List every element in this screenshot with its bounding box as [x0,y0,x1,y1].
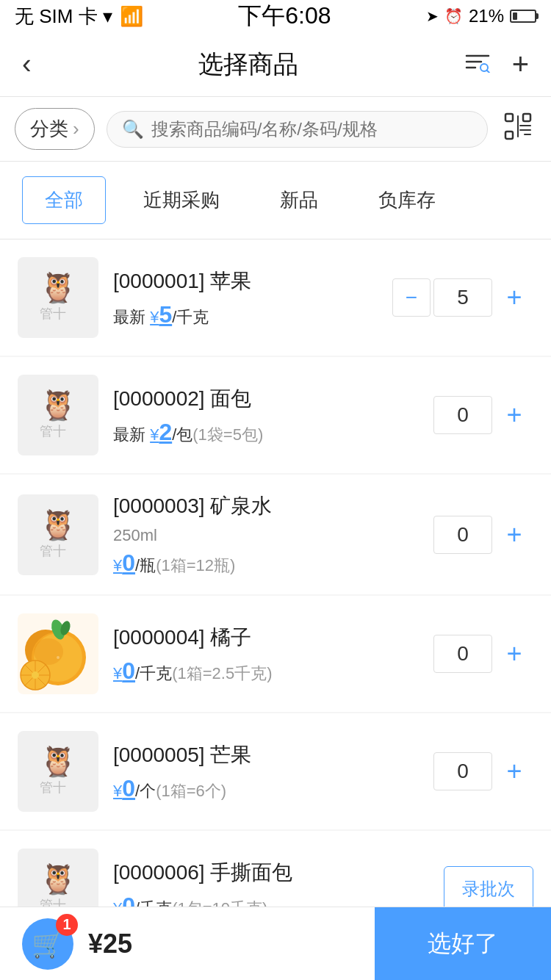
price-currency: ¥ [150,308,159,326]
owl-brand-text: 管十 [40,542,76,560]
price-value: 0 [122,657,135,684]
svg-rect-6 [523,114,530,121]
product-thumbnail: 🦉 管十 [18,494,98,575]
cart-total: ¥25 [88,929,132,959]
price-unit: /千克 [135,664,172,682]
location-icon: ➤ [426,7,439,25]
product-thumbnail: 🦉 管十 [18,731,98,812]
tab-all[interactable]: 全部 [22,176,106,224]
price-value: 0 [122,775,135,801]
product-name: [0000006] 手撕面包 [113,859,429,887]
product-thumbnail: 🦉 管十 [18,257,98,338]
tabs-bar: 全部 近期采购 新品 负库存 [0,162,551,239]
product-name: [0000002] 面包 [113,385,375,413]
product-item: 🦉 管十 [0000002] 面包 最新 ¥2/包(1袋=5包) + [0,357,551,473]
quantity-plus-button[interactable]: + [495,752,533,790]
price-unit: /个 [135,782,156,800]
bottom-bar: 🛒 1 ¥25 选好了 [0,907,551,980]
status-time: 下午6:08 [238,0,331,32]
product-item: 🦉 管十 [0000001] 苹果 最新 ¥5/千克 − + [0,239,551,356]
quantity-plus-button[interactable]: + [495,635,533,673]
product-price: ¥0/个(1箱=6个) [113,775,375,802]
add-icon[interactable]: + [512,48,529,81]
price-value: 5 [159,301,172,328]
product-list: 🦉 管十 [0000001] 苹果 最新 ¥5/千克 − + 🦉 管十 [000… [0,239,551,980]
product-name: [0000004] 橘子 [113,624,375,652]
product-spec: 250ml [113,526,375,545]
quantity-control: + [389,752,533,790]
quantity-plus-button[interactable]: + [495,396,533,434]
status-left: 无 SIM 卡 ▾ 📶 [15,4,143,29]
quantity-plus-button[interactable]: + [495,516,533,554]
quantity-input[interactable] [433,396,492,434]
tab-recent[interactable]: 近期采购 [120,176,242,224]
battery-percent: 21% [469,6,504,26]
product-info: [0000003] 矿泉水 250ml ¥0/瓶(1箱=12瓶) [113,492,375,577]
back-button[interactable]: ‹ [22,48,32,80]
cart-section: 🛒 1 ¥25 [0,918,375,970]
owl-icon: 🦉 [40,510,76,539]
quantity-input[interactable] [433,752,492,790]
price-currency: ¥ [113,556,122,574]
product-name: [0000005] 芒果 [113,741,375,769]
record-batch-button[interactable]: 录批次 [444,866,533,912]
product-price: ¥0/瓶(1箱=12瓶) [113,550,375,577]
nav-bar: ‹ 选择商品 + [0,32,551,97]
search-bar: 🔍 [107,111,488,148]
svg-rect-5 [505,114,513,121]
price-currency: ¥ [150,425,159,444]
sim-status: 无 SIM 卡 ▾ [15,4,112,29]
product-item: [0000004] 橘子 ¥0/千克(1箱=2.5千克) + [0,596,551,712]
category-button[interactable]: 分类 › [15,108,95,150]
quantity-control: + [389,396,533,434]
chevron-right-icon: › [73,118,79,140]
price-prefix: 最新 [113,308,150,326]
owl-icon: 🦉 [40,746,76,776]
quantity-minus-button[interactable]: − [392,278,431,317]
quantity-input[interactable] [433,278,492,317]
price-prefix: 最新 [113,425,150,444]
price-currency: ¥ [113,664,122,682]
owl-brand-text: 管十 [40,779,76,796]
price-extra: (1箱=6个) [156,782,226,800]
owl-icon: 🦉 [40,390,76,419]
tab-negative[interactable]: 负库存 [356,176,458,224]
owl-icon: 🦉 [40,273,76,302]
product-info: [0000004] 橘子 ¥0/千克(1箱=2.5千克) [113,624,375,685]
page-title: 选择商品 [198,48,298,82]
product-name: [0000003] 矿泉水 [113,492,375,520]
scan-icon[interactable] [500,112,536,146]
product-price: ¥0/千克(1箱=2.5千克) [113,657,375,685]
status-bar: 无 SIM 卡 ▾ 📶 下午6:08 ➤ ⏰ 21% [0,0,551,32]
svg-line-4 [486,71,489,73]
filter-icon[interactable] [465,50,490,79]
cart-badge: 1 [56,914,78,936]
product-info: [0000002] 面包 最新 ¥2/包(1袋=5包) [113,385,375,446]
quantity-input[interactable] [433,635,492,673]
price-extra: (1袋=5包) [192,425,263,444]
quantity-input[interactable] [433,516,492,554]
tab-new[interactable]: 新品 [257,176,341,224]
owl-brand-text: 管十 [40,422,76,440]
cart-button[interactable]: 🛒 1 [22,918,73,970]
alarm-icon: ⏰ [444,7,463,25]
product-price: 最新 ¥5/千克 [113,301,378,328]
product-thumbnail: 🦉 管十 [18,375,98,455]
quantity-plus-button[interactable]: + [495,278,533,317]
product-item: 🦉 管十 [0000003] 矿泉水 250ml ¥0/瓶(1箱=12瓶) + [0,475,551,594]
search-icon: 🔍 [122,119,144,140]
search-input[interactable] [151,119,472,140]
product-info: [0000005] 芒果 ¥0/个(1箱=6个) [113,741,375,802]
filter-bar: 分类 › 🔍 [0,97,551,162]
confirm-button[interactable]: 选好了 [375,907,551,981]
status-right: ➤ ⏰ 21% [426,6,536,26]
price-unit: /千克 [172,308,209,326]
product-info: [0000001] 苹果 最新 ¥5/千克 [113,267,378,328]
quantity-control: + [389,635,533,673]
price-value: 0 [122,550,135,576]
price-currency: ¥ [113,782,122,800]
price-value: 2 [159,419,172,445]
battery-icon [510,10,536,23]
svg-point-17 [57,656,60,659]
quantity-control: + [389,516,533,554]
